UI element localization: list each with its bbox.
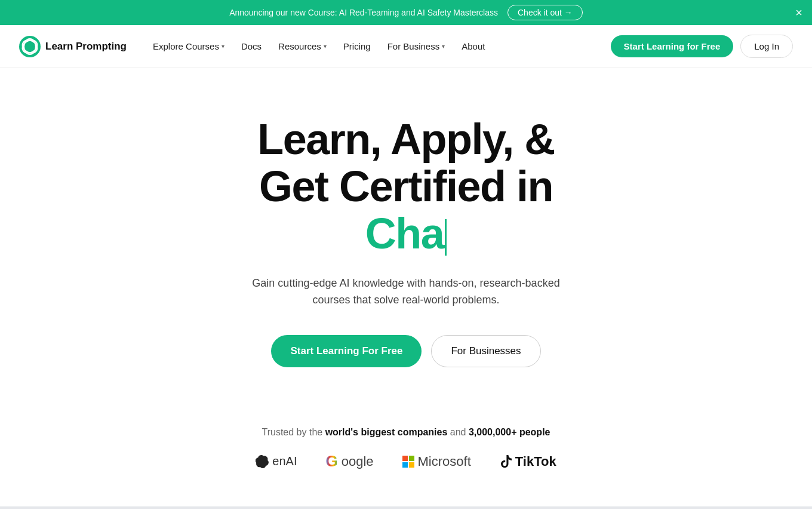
nav-for-business[interactable]: For Business ▾ xyxy=(380,36,453,56)
nav-resources[interactable]: Resources ▾ xyxy=(271,36,334,56)
microsoft-icon xyxy=(402,456,414,468)
nav-start-learning-button[interactable]: Start Learning for Free xyxy=(611,35,734,57)
nav-explore-courses[interactable]: Explore Courses ▾ xyxy=(146,36,232,56)
nav-docs[interactable]: Docs xyxy=(234,36,269,56)
nav-pricing[interactable]: Pricing xyxy=(336,36,378,56)
chevron-down-icon: ▾ xyxy=(222,43,224,50)
google-text: oogle xyxy=(342,454,374,469)
tiktok-logo: TikTok xyxy=(500,454,556,469)
trusted-companies-label: world's biggest companies xyxy=(325,427,448,437)
page-bottom-divider xyxy=(0,506,812,509)
trusted-logos: enAI G oogle Microsoft TikTok xyxy=(256,452,556,471)
hero-section: Learn, Apply, & Get Certified in Cha Gai… xyxy=(0,68,812,403)
logo-text: Learn Prompting xyxy=(45,41,127,53)
main-nav: Learn Prompting Explore Courses ▾ Docs R… xyxy=(0,25,812,68)
openai-text: enAI xyxy=(272,454,297,468)
hero-buttons: Start Learning For Free For Businesses xyxy=(271,335,540,367)
openai-logo: enAI xyxy=(256,454,297,468)
hero-for-businesses-button[interactable]: For Businesses xyxy=(431,335,540,367)
hero-title: Learn, Apply, & Get Certified in Cha xyxy=(257,116,555,258)
chevron-down-icon: ▾ xyxy=(442,43,445,50)
microsoft-text: Microsoft xyxy=(418,454,471,469)
nav-about[interactable]: About xyxy=(454,36,492,56)
nav-login-button[interactable]: Log In xyxy=(740,35,793,58)
google-icon: G xyxy=(325,452,337,471)
tiktok-text: TikTok xyxy=(515,454,556,469)
nav-logo[interactable]: Learn Prompting xyxy=(19,36,127,57)
typing-cursor xyxy=(445,219,447,256)
trusted-section: Trusted by the world's biggest companies… xyxy=(0,403,812,506)
announcement-bar: Announcing our new Course: AI Red-Teamin… xyxy=(0,0,812,25)
nav-links: Explore Courses ▾ Docs Resources ▾ Prici… xyxy=(146,36,611,56)
openai-icon xyxy=(256,455,269,468)
hero-start-learning-button[interactable]: Start Learning For Free xyxy=(271,335,422,367)
check-it-out-button[interactable]: Check it out → xyxy=(508,5,583,20)
nav-actions: Start Learning for Free Log In xyxy=(611,35,793,58)
logo-icon xyxy=(19,36,41,57)
trusted-people-label: 3,000,000+ people xyxy=(469,427,550,437)
hero-subtitle: Gain cutting-edge AI knowledge with hand… xyxy=(239,275,573,309)
close-announcement-button[interactable]: × xyxy=(795,7,802,19)
chevron-down-icon: ▾ xyxy=(324,43,327,50)
microsoft-logo: Microsoft xyxy=(402,454,471,469)
announcement-text: Announcing our new Course: AI Red-Teamin… xyxy=(229,8,498,17)
google-logo: G oogle xyxy=(325,452,373,471)
hero-title-teal: Cha xyxy=(257,210,555,257)
trusted-text: Trusted by the world's biggest companies… xyxy=(262,427,550,438)
tiktok-icon xyxy=(500,455,512,468)
